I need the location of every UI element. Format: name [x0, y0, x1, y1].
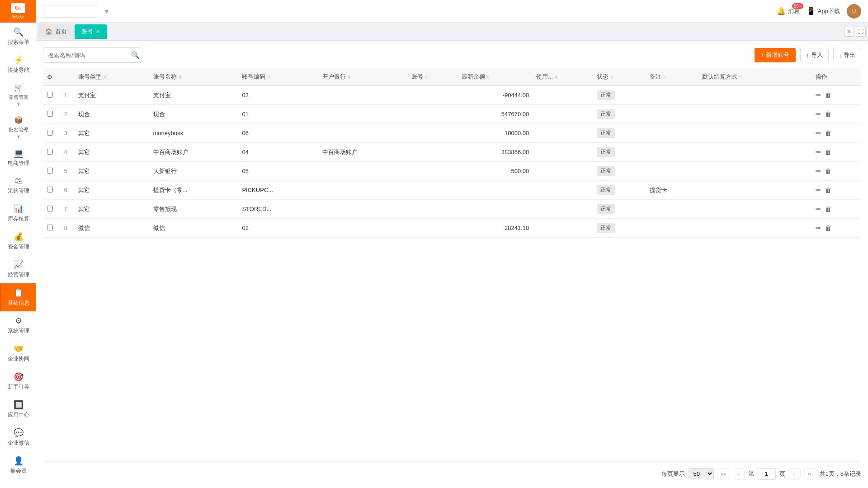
column-gear[interactable]: ⚙	[43, 68, 57, 86]
row-checkbox[interactable]	[47, 130, 53, 136]
next-page-button[interactable]: ›	[789, 468, 801, 480]
sidebar-item-business-mgmt[interactable]: 📈 经营管理	[0, 255, 36, 283]
column-bank[interactable]: 开户银行 ⇅	[319, 68, 408, 86]
sidebar-item-search-menu[interactable]: 🔍 搜索菜单	[0, 23, 36, 51]
app-download-button[interactable]: 📱 App下载	[807, 7, 840, 15]
sidebar-item-label: 企业协同	[8, 355, 29, 363]
edit-icon[interactable]: ✏	[816, 205, 821, 213]
sidebar-item-enterprise-wechat[interactable]: 💬 企业微信	[0, 423, 36, 451]
row-checkbox[interactable]	[47, 206, 53, 211]
tab-home[interactable]: 🏠 首页	[38, 24, 74, 39]
row-checkbox[interactable]	[47, 225, 53, 230]
edit-icon[interactable]: ✏	[816, 148, 821, 156]
edit-icon[interactable]: ✏	[816, 91, 821, 99]
column-status[interactable]: 状态 ⇅	[593, 68, 646, 86]
row-checkbox-cell[interactable]	[43, 219, 57, 238]
delete-icon[interactable]: 🗑	[825, 167, 832, 175]
row-checkbox-cell[interactable]	[43, 124, 57, 143]
column-settlement[interactable]: 默认结算方式 ⇅	[698, 68, 812, 86]
edit-icon[interactable]: ✏	[816, 167, 821, 175]
column-actions-label: 操作	[816, 73, 827, 80]
row-checkbox-cell[interactable]	[43, 162, 57, 181]
sidebar-item-new-guide[interactable]: 🎯 新手引导	[0, 367, 36, 395]
dropdown-arrow[interactable]: ▼	[102, 6, 112, 16]
row-remark	[646, 219, 698, 238]
sidebar-item-wholesale-mgmt[interactable]: 📦 批发管理 ▼	[0, 111, 36, 144]
edit-icon[interactable]: ✏	[816, 186, 821, 194]
first-page-button[interactable]: ⏮	[717, 468, 729, 480]
import-icon: ↑	[806, 52, 809, 59]
row-checkbox[interactable]	[47, 149, 53, 155]
window-maximize-button[interactable]: ⛶	[856, 27, 866, 37]
sidebar-item-system-mgmt[interactable]: ⚙ 系统管理	[0, 311, 36, 339]
column-status-label: 状态	[597, 73, 609, 81]
row-checkbox-cell[interactable]	[43, 181, 57, 200]
delete-icon[interactable]: 🗑	[825, 224, 832, 232]
row-code: 04	[238, 143, 318, 162]
row-checkbox-cell[interactable]	[43, 200, 57, 219]
export-button[interactable]: ↓ 导出	[833, 48, 862, 62]
row-status: 正常	[593, 181, 646, 200]
column-balance[interactable]: 最新余额 ⇅	[458, 68, 533, 86]
sidebar-item-retail-mgmt[interactable]: 🛒 零售管理 ▼	[0, 79, 36, 111]
row-status: 正常	[593, 86, 646, 105]
row-checkbox[interactable]	[47, 111, 53, 117]
prev-page-button[interactable]: ‹	[733, 468, 745, 480]
window-minimize-button[interactable]: ✕	[844, 27, 854, 37]
tab-account-label: 账号	[81, 28, 93, 36]
search-input[interactable]	[43, 49, 128, 61]
import-button[interactable]: ↑ 导入	[800, 48, 829, 62]
row-actions: ✏ 🗑	[812, 219, 861, 238]
row-checkbox-cell[interactable]	[43, 143, 57, 162]
column-usage[interactable]: 使用... ⇅	[533, 68, 593, 86]
sidebar-item-label: 采购管理	[8, 187, 29, 195]
top-search-input[interactable]	[43, 5, 97, 18]
tab-close-icon[interactable]: ✕	[96, 28, 100, 35]
delete-icon[interactable]: 🗑	[825, 205, 832, 213]
edit-icon[interactable]: ✏	[816, 110, 821, 118]
page-size-select[interactable]: 50 20 100	[689, 468, 714, 479]
delete-icon[interactable]: 🗑	[825, 186, 832, 194]
sidebar-item-basic-info[interactable]: 📋 基础信息	[0, 283, 36, 311]
sidebar-item-inventory-check[interactable]: 📊 库存核算	[0, 199, 36, 227]
row-usage	[533, 181, 593, 200]
delete-icon[interactable]: 🗑	[825, 129, 832, 137]
messages-button[interactable]: 🔔 消息 99+	[777, 7, 800, 15]
user-avatar[interactable]: U	[847, 4, 861, 19]
row-type: 其它	[75, 143, 150, 162]
delete-icon[interactable]: 🗑	[825, 110, 832, 118]
page-input[interactable]	[758, 468, 776, 480]
sidebar-item-member[interactable]: 👤 畅会员	[0, 451, 36, 479]
row-checkbox[interactable]	[47, 168, 53, 174]
row-account	[408, 200, 458, 219]
sidebar-item-finance-mgmt[interactable]: 💰 资金管理	[0, 227, 36, 255]
delete-icon[interactable]: 🗑	[825, 91, 832, 99]
sort-icon: ⇅	[425, 75, 428, 80]
sidebar-item-ecommerce-mgmt[interactable]: 💻 电商管理	[0, 144, 36, 172]
column-remark[interactable]: 备注 ⇅	[646, 68, 698, 86]
row-checkbox-cell[interactable]	[43, 86, 57, 105]
column-num	[57, 68, 75, 86]
sidebar-item-purchase-mgmt[interactable]: 🛍 采购管理	[0, 172, 36, 199]
edit-icon[interactable]: ✏	[816, 224, 821, 232]
column-type[interactable]: 账号类型 ⇅	[75, 68, 150, 86]
add-account-button[interactable]: + 新增账号	[755, 48, 796, 62]
sidebar-item-quick-nav[interactable]: ⚡ 快捷导航	[0, 51, 36, 79]
status-badge: 正常	[597, 109, 615, 119]
column-name[interactable]: 账号名称 ⇅	[150, 68, 239, 86]
tab-account[interactable]: 账号 ✕	[75, 24, 107, 39]
status-badge: 正常	[597, 128, 615, 138]
last-page-button[interactable]: ⏭	[804, 468, 816, 480]
delete-icon[interactable]: 🗑	[825, 148, 832, 156]
sidebar-item-app-center[interactable]: 🔲 应用中心	[0, 395, 36, 423]
sidebar-item-enterprise-agreement[interactable]: 🤝 企业协同	[0, 339, 36, 367]
column-account[interactable]: 账号 ⇅	[408, 68, 458, 86]
column-code[interactable]: 账号编码 ⇅	[238, 68, 318, 86]
search-button[interactable]: 🔍	[128, 48, 142, 62]
row-checkbox-cell[interactable]	[43, 105, 57, 124]
row-checkbox[interactable]	[47, 92, 53, 98]
row-name: 支付宝	[150, 86, 239, 105]
row-checkbox[interactable]	[47, 187, 53, 192]
row-balance	[458, 200, 533, 219]
edit-icon[interactable]: ✏	[816, 129, 821, 137]
